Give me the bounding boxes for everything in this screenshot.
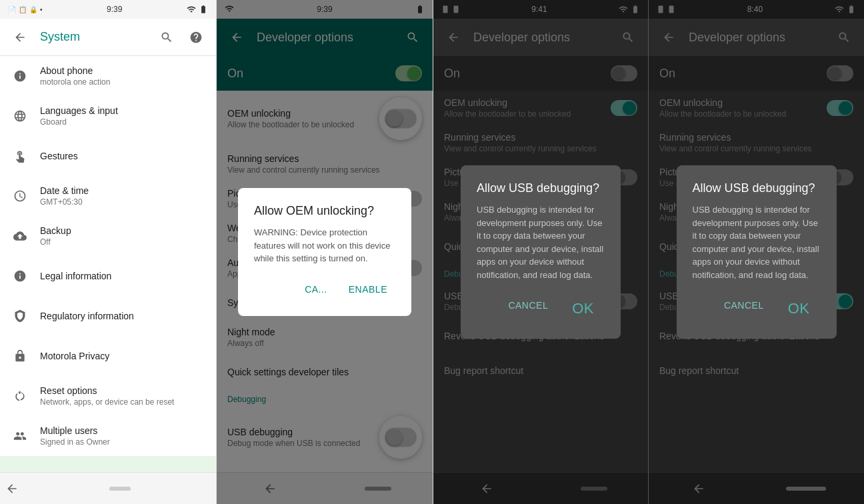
sidebar-item-languages[interactable]: Languages & input Gboard — [0, 96, 216, 136]
language-icon — [11, 107, 29, 125]
oem-dialog-body: WARNING: Device protection features will… — [254, 226, 395, 265]
usb-dialog-r2: Allow USB debugging? USB debugging is in… — [677, 165, 837, 339]
reset-text: Reset options Network, apps, or device c… — [40, 385, 205, 407]
usb-cancel-button-r2[interactable]: Cancel — [716, 295, 772, 323]
status-bar-left: 📄 📋 🔒 • 9:39 — [0, 0, 216, 19]
developer-options-panel-right1: 9:41 Developer options On OEM unlocking … — [433, 0, 649, 504]
bottom-nav-left — [0, 472, 216, 504]
regulatory-title: Regulatory information — [40, 311, 205, 321]
gestures-title: Gestures — [40, 151, 205, 161]
usb-dialog-actions-r1: Cancel OK — [477, 295, 605, 323]
help-button-left[interactable] — [187, 28, 205, 47]
usb-dialog-actions-r2: Cancel OK — [693, 295, 821, 323]
usb-ok-button-r2[interactable]: OK — [777, 295, 821, 323]
usb-ok-button-r1[interactable]: OK — [561, 295, 605, 323]
developer-icon — [11, 467, 29, 472]
developer-options-panel-right2: 8:40 Developer options On OEM unlocking … — [649, 0, 864, 504]
oem-dialog-overlay: Allow OEM unlocking? WARNING: Device pro… — [217, 0, 433, 504]
languages-text: Languages & input Gboard — [40, 105, 205, 127]
gestures-icon — [11, 147, 29, 165]
languages-subtitle: Gboard — [40, 117, 205, 127]
sidebar-item-regulatory[interactable]: Regulatory information — [0, 296, 216, 336]
oem-dialog-title: Allow OEM unlocking? — [254, 204, 395, 218]
privacy-icon — [11, 347, 29, 365]
legal-text: Legal information — [40, 271, 205, 281]
backup-icon — [11, 227, 29, 245]
gestures-text: Gestures — [40, 151, 205, 161]
moto-privacy-text: Motorola Privacy — [40, 351, 205, 361]
backup-title: Backup — [40, 225, 205, 236]
file-icon: 📄 — [8, 6, 16, 13]
usb-dialog-overlay-r1: Allow USB debugging? USB debugging is in… — [433, 0, 648, 504]
moto-privacy-title: Motorola Privacy — [40, 351, 205, 361]
settings-list: About phone motorola one action Language… — [0, 56, 216, 472]
oem-dialog: Allow OEM unlocking? WARNING: Device pro… — [238, 188, 411, 316]
legal-icon — [11, 267, 29, 285]
about-icon — [11, 67, 29, 85]
about-phone-text: About phone motorola one action — [40, 65, 205, 87]
sidebar-item-backup[interactable]: Backup Off — [0, 216, 216, 256]
date-time-title: Date & time — [40, 185, 205, 196]
oem-cancel-button[interactable]: Ca... — [297, 279, 335, 300]
time-left: 9:39 — [107, 5, 122, 14]
sidebar-item-moto-privacy[interactable]: Motorola Privacy — [0, 336, 216, 376]
usb-dialog-body-r1: USB debugging is intended for developmen… — [477, 203, 605, 281]
reset-icon — [11, 387, 29, 405]
status-icons-left: 📄 📋 🔒 • — [8, 6, 43, 13]
developer-options-panel-mid: 9:39 Developer options On OEM unlocking … — [217, 0, 433, 504]
reset-subtitle: Network, apps, or device can be reset — [40, 397, 205, 407]
legal-title: Legal information — [40, 271, 205, 281]
backup-subtitle: Off — [40, 237, 205, 247]
system-settings-panel: 📄 📋 🔒 • 9:39 System About ph — [0, 0, 217, 504]
usb-dialog-body-r2: USB debugging is intended for developmen… — [693, 203, 821, 281]
file2-icon: 📋 — [19, 6, 27, 13]
reset-title: Reset options — [40, 385, 205, 396]
sidebar-item-gestures[interactable]: Gestures — [0, 136, 216, 176]
lock-icon: 🔒 — [29, 6, 37, 13]
usb-cancel-button-r1[interactable]: Cancel — [500, 295, 556, 323]
date-time-subtitle: GMT+05:30 — [40, 197, 205, 207]
app-bar-left: System — [0, 19, 216, 56]
usb-dialog-overlay-r2: Allow USB debugging? USB debugging is in… — [649, 0, 864, 504]
sidebar-item-date-time[interactable]: Date & time GMT+05:30 — [0, 176, 216, 216]
oem-enable-button[interactable]: Enable — [341, 279, 395, 300]
right-status-left — [187, 5, 208, 14]
back-nav-left[interactable] — [0, 477, 24, 501]
usb-dialog-title-r2: Allow USB debugging? — [693, 181, 821, 195]
about-phone-subtitle: motorola one action — [40, 77, 205, 87]
oem-dialog-actions: Ca... Enable — [254, 279, 395, 300]
regulatory-icon — [11, 307, 29, 325]
dot-icon: • — [40, 6, 43, 13]
system-title: System — [40, 30, 147, 44]
sidebar-item-about-phone[interactable]: About phone motorola one action — [0, 56, 216, 96]
sidebar-item-developer[interactable]: Developer options — [0, 456, 216, 472]
backup-text: Backup Off — [40, 225, 205, 247]
usb-dialog-title-r1: Allow USB debugging? — [477, 181, 605, 195]
usb-dialog-r1: Allow USB debugging? USB debugging is in… — [461, 165, 621, 339]
regulatory-text: Regulatory information — [40, 311, 205, 321]
about-phone-title: About phone — [40, 65, 205, 76]
date-time-text: Date & time GMT+05:30 — [40, 185, 205, 207]
multiple-users-subtitle: Signed in as Owner — [40, 437, 205, 447]
search-button-left[interactable] — [157, 28, 176, 47]
sidebar-item-multiple-users[interactable]: Multiple users Signed in as Owner — [0, 416, 216, 456]
clock-icon — [11, 187, 29, 205]
back-button-left[interactable] — [11, 28, 29, 47]
users-icon — [11, 427, 29, 445]
languages-title: Languages & input — [40, 105, 205, 116]
sidebar-item-reset[interactable]: Reset options Network, apps, or device c… — [0, 376, 216, 416]
multiple-users-text: Multiple users Signed in as Owner — [40, 425, 205, 447]
sidebar-item-legal[interactable]: Legal information — [0, 256, 216, 296]
home-nav-left[interactable] — [109, 487, 131, 491]
multiple-users-title: Multiple users — [40, 425, 205, 436]
